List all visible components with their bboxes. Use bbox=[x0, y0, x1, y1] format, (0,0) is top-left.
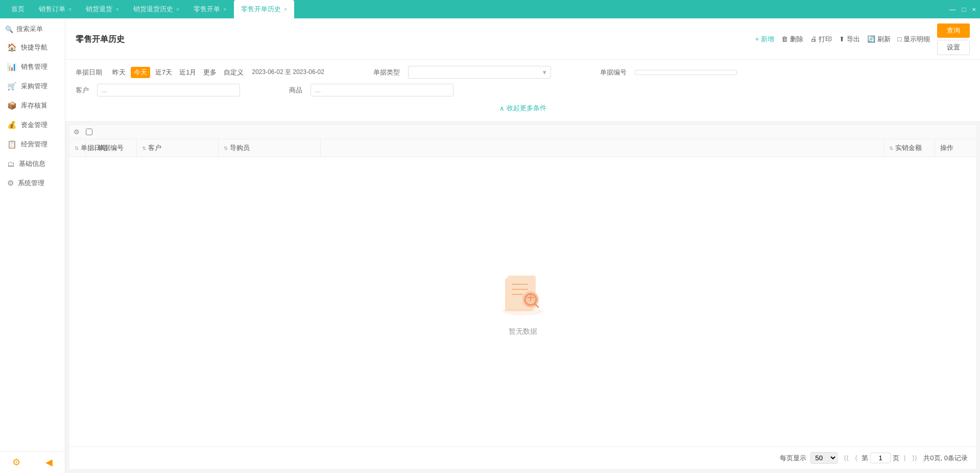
money-icon: 💰 bbox=[7, 120, 17, 130]
clipboard-icon: 📋 bbox=[7, 140, 17, 149]
empty-state: 暂无数据 bbox=[69, 157, 976, 446]
gear-icon: ⚙ bbox=[7, 179, 14, 188]
window-minimize[interactable]: — bbox=[949, 6, 956, 13]
filter-row-2: 客户 ... 商品 ... bbox=[76, 84, 970, 96]
date-opt-custom[interactable]: 自定义 bbox=[222, 67, 246, 78]
sidebar-search[interactable]: 🔍 搜索采单 bbox=[0, 18, 65, 38]
next-page-button[interactable]: ⟩ bbox=[901, 453, 908, 463]
toolbar: + 新增 🗑 删除 🖨 打印 ⬆ 导出 🔄 刷新 □ 显示明细 查询 设置 bbox=[755, 23, 970, 59]
doc-no-input[interactable] bbox=[635, 70, 737, 75]
chevron-down-icon: ▾ bbox=[543, 68, 546, 76]
customer-label: 客户 bbox=[76, 86, 89, 95]
export-button[interactable]: ⬆ 导出 bbox=[839, 35, 860, 44]
first-page-button[interactable]: ⟨⟨ bbox=[842, 453, 851, 463]
date-range-display: 2023-06-02 至 2023-06-02 bbox=[252, 68, 324, 77]
date-label: 单据日期 bbox=[76, 68, 102, 77]
select-all-checkbox[interactable] bbox=[86, 129, 92, 135]
last-page-button[interactable]: ⟩⟩ bbox=[910, 453, 919, 463]
tab-close-sales-return[interactable]: × bbox=[115, 6, 118, 12]
collapse-icon[interactable]: ◀ bbox=[45, 457, 53, 468]
main-layout: 🔍 搜索采单 🏠 快捷导航 📊 销售管理 🛒 采购管理 📦 库存核算 💰 资金管… bbox=[0, 18, 980, 473]
table-header: ⇅ 单据日期 ⇅ 单据编号 ⇅ 客户 ⇅ 导购员 ⇅ 实销 bbox=[69, 139, 976, 157]
sidebar: 🔍 搜索采单 🏠 快捷导航 📊 销售管理 🛒 采购管理 📦 库存核算 💰 资金管… bbox=[0, 18, 65, 473]
sidebar-bottom: ⚙ ◀ bbox=[0, 451, 65, 473]
page-title: 零售开单历史 bbox=[76, 34, 125, 49]
tab-close-sales-return-history[interactable]: × bbox=[176, 6, 179, 12]
tab-close-sales-order[interactable]: × bbox=[68, 6, 71, 12]
refresh-button[interactable]: 🔄 刷新 bbox=[867, 35, 891, 44]
print-button[interactable]: 🖨 打印 bbox=[810, 35, 832, 44]
collapse-bar[interactable]: ∧ 收起更多条件 bbox=[76, 102, 970, 117]
collapse-icon: ∧ bbox=[499, 105, 505, 112]
sidebar-item-operations[interactable]: 📋 经营管理 bbox=[0, 135, 65, 154]
prev-page-button[interactable]: ⟨ bbox=[853, 453, 859, 463]
table-toolbar: ⚙ bbox=[69, 125, 976, 139]
th-spacer bbox=[321, 139, 884, 157]
page-navigation: ⟨⟨ ⟨ 第 页 ⟩ ⟩⟩ bbox=[842, 453, 919, 463]
product-input[interactable]: ... bbox=[310, 84, 453, 96]
table-area: ⚙ ⇅ 单据日期 ⇅ 单据编号 ⇅ 客户 ⇅ 导购员 bbox=[69, 125, 976, 446]
date-opt-more[interactable]: 更多 bbox=[201, 67, 219, 78]
tab-close-retail-open[interactable]: × bbox=[223, 6, 226, 12]
sidebar-item-quick-nav[interactable]: 🏠 快捷导航 bbox=[0, 38, 65, 57]
product-label: 商品 bbox=[289, 86, 302, 95]
page-number-input[interactable] bbox=[870, 453, 891, 463]
date-opt-last7[interactable]: 近7天 bbox=[153, 67, 174, 78]
tab-sales-order[interactable]: 销售订单 × bbox=[32, 0, 79, 18]
customer-input[interactable]: ... bbox=[97, 84, 240, 96]
doc-type-select[interactable]: ▾ bbox=[408, 66, 551, 79]
tab-close-retail-open-history[interactable]: × bbox=[284, 6, 287, 12]
sidebar-item-purchase-mgmt[interactable]: 🛒 采购管理 bbox=[0, 77, 65, 96]
date-options: 昨天 今天 近7天 近1月 更多 自定义 2023-06-02 至 2023-0… bbox=[110, 67, 324, 78]
delete-button[interactable]: 🗑 删除 bbox=[781, 35, 803, 44]
settings-icon[interactable]: ⚙ bbox=[12, 457, 20, 468]
home-icon: 🏠 bbox=[7, 43, 17, 52]
page-label: 页 bbox=[893, 454, 899, 463]
sort-icon: ⇅ bbox=[75, 145, 79, 151]
sidebar-item-inventory[interactable]: 📦 库存核算 bbox=[0, 96, 65, 115]
sidebar-item-sales-mgmt[interactable]: 📊 销售管理 bbox=[0, 57, 65, 77]
sidebar-item-finance[interactable]: 💰 资金管理 bbox=[0, 115, 65, 135]
sidebar-item-basic-info[interactable]: 🗂 基础信息 bbox=[0, 154, 65, 173]
th-actions: 操作 bbox=[935, 139, 976, 157]
tab-retail-open[interactable]: 零售开单 × bbox=[186, 0, 233, 18]
filter-row-1: 单据日期 昨天 今天 近7天 近1月 更多 自定义 2023-06-02 至 2… bbox=[76, 66, 970, 79]
empty-illustration bbox=[492, 268, 554, 319]
display-detail-button[interactable]: □ 显示明细 bbox=[898, 35, 930, 44]
sort-icon: ⇅ bbox=[142, 145, 146, 151]
column-settings-icon[interactable]: ⚙ bbox=[74, 128, 80, 136]
doc-type-label: 单据类型 bbox=[373, 68, 400, 77]
cart-icon: 🛒 bbox=[7, 82, 17, 91]
search-icon: 🔍 bbox=[5, 26, 13, 33]
date-opt-last1m[interactable]: 近1月 bbox=[177, 67, 198, 78]
total-records: 共0页, 0条记录 bbox=[923, 454, 968, 463]
date-opt-today[interactable]: 今天 bbox=[131, 67, 150, 78]
tab-sales-return-history[interactable]: 销货退货历史 × bbox=[126, 0, 186, 18]
folder-icon: 🗂 bbox=[7, 160, 15, 168]
sort-icon: ⇅ bbox=[91, 145, 95, 151]
setting-button[interactable]: 设置 bbox=[937, 40, 970, 55]
add-button[interactable]: + 新增 bbox=[755, 35, 774, 44]
th-salesperson[interactable]: ⇅ 导购员 bbox=[219, 139, 321, 157]
date-opt-yesterday[interactable]: 昨天 bbox=[110, 67, 128, 78]
page-header: 零售开单历史 + 新增 🗑 删除 🖨 打印 ⬆ 导出 🔄 刷新 □ 显示明细 查… bbox=[65, 18, 980, 60]
window-close[interactable]: × bbox=[972, 6, 976, 13]
tab-retail-open-history[interactable]: 零售开单历史 × bbox=[234, 0, 294, 18]
empty-text: 暂无数据 bbox=[509, 327, 537, 336]
per-page-label: 每页显示 bbox=[780, 454, 806, 463]
window-maximize[interactable]: □ bbox=[962, 6, 966, 13]
query-button[interactable]: 查询 bbox=[937, 23, 970, 38]
doc-no-label: 单据编号 bbox=[600, 68, 627, 77]
sort-icon: ⇅ bbox=[889, 145, 893, 151]
th-customer[interactable]: ⇅ 客户 bbox=[137, 139, 219, 157]
sort-icon: ⇅ bbox=[224, 145, 228, 151]
th-date[interactable]: ⇅ 单据日期 bbox=[69, 139, 86, 157]
sidebar-item-system[interactable]: ⚙ 系统管理 bbox=[0, 173, 65, 193]
th-no[interactable]: ⇅ 单据编号 bbox=[86, 139, 137, 157]
pagination: 每页显示 10 20 50 100 ⟨⟨ ⟨ 第 页 ⟩ ⟩⟩ 共0页, 0条记… bbox=[69, 446, 976, 469]
tab-home[interactable]: 首页 bbox=[4, 0, 32, 18]
tab-sales-return[interactable]: 销货退货 × bbox=[79, 0, 126, 18]
per-page-select[interactable]: 10 20 50 100 bbox=[810, 452, 838, 464]
chart-icon: 📊 bbox=[7, 62, 17, 71]
th-amount[interactable]: ⇅ 实销金额 bbox=[884, 139, 935, 157]
